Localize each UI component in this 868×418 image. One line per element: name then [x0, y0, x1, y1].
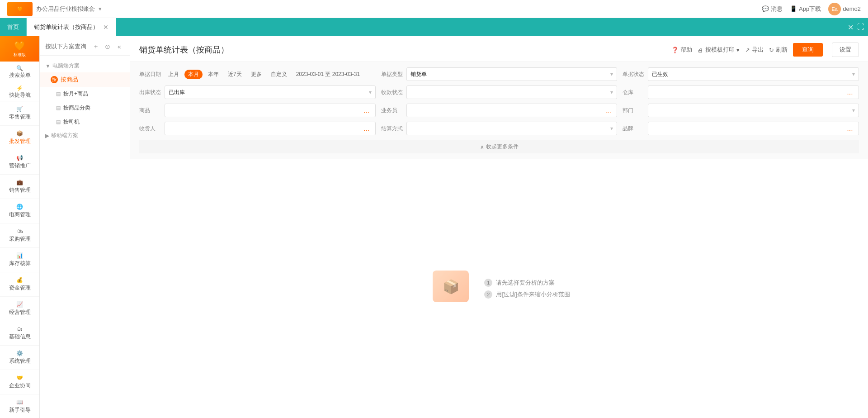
sidebar-item-wholesale[interactable]: 📦 批发管理 [0, 126, 39, 150]
receiver-more[interactable]: … [362, 125, 372, 132]
tab-home[interactable]: 首页 [0, 18, 27, 36]
print-dropdown-icon: ▾ [736, 47, 740, 53]
tab-sales-stats[interactable]: 销货单统计表（按商品） ✕ [27, 18, 116, 36]
system-icon: ⚙️ [2, 350, 38, 356]
sidebar-item-nav[interactable]: ⚡ 快捷导航 [0, 83, 39, 101]
date-tab-thismonth[interactable]: 本月 [184, 70, 203, 79]
logo-main-icon: 🧡 [14, 40, 25, 51]
collapse-bar[interactable]: ∧ 收起更多条件 [139, 140, 859, 153]
filter-docstatus-field: 单据状态 已生效 ▾ [623, 67, 859, 81]
tree-item-driver[interactable]: ▤ 按司机 [40, 115, 130, 129]
collapse-label: 收起更多条件 [486, 143, 519, 151]
receiver-select[interactable]: … [165, 122, 376, 135]
tree-item-goods-category[interactable]: ▤ 按商品分类 [40, 101, 130, 115]
hint2-text: 用[过滤]条件来缩小分析范围 [496, 290, 570, 299]
sidebar-item-search[interactable]: 🔍 搜索菜单 [0, 62, 39, 83]
sidebar-item-guide[interactable]: 📖 新手引导 [0, 394, 39, 418]
sidebar: 🧡 标准版 🔍 搜索菜单 ⚡ 快捷导航 🛒 零售管理 📦 批发管理 📢 营销推广… [0, 36, 40, 418]
industry-label: 办公用品行业模拟账套 [36, 5, 95, 13]
settle-chevron: ▾ [610, 125, 613, 132]
query-btn[interactable]: 查询 [793, 43, 823, 57]
dept-select[interactable]: ▾ [648, 104, 859, 117]
sidebar-item-basic[interactable]: 🗂 基础信息 [0, 321, 39, 346]
sidebar-nav-label: 快捷导航 [2, 91, 38, 99]
settle-select[interactable]: ▾ [406, 122, 618, 135]
hint2-num: 2 [484, 290, 492, 299]
date-tab-lastmonth[interactable]: 上月 [165, 70, 183, 79]
sidebar-item-sales[interactable]: 💼 销售管理 [0, 175, 39, 199]
goods-more[interactable]: … [362, 107, 372, 114]
sidebar-item-system[interactable]: ⚙️ 系统管理 [0, 346, 39, 370]
sidebar-item-purchase[interactable]: 🛍 采购管理 [0, 223, 39, 248]
refresh-btn[interactable]: ↻ 刷新 [769, 46, 788, 54]
top-header: 🧡 办公用品行业模拟账套 ▾ 💬 消息 📱 App下载 Ea demo2 [0, 0, 868, 18]
salesman-more[interactable]: … [603, 107, 613, 114]
brand-label: 品牌 [623, 125, 648, 133]
filter-row-3: 商品 … 业务员 … 部门 [139, 104, 859, 117]
filter-row-1: 单据日期 上月 本月 本年 近7天 更多 自定义 2023-03-01 至 20… [139, 67, 859, 81]
warehouse-more[interactable]: … [845, 89, 855, 96]
month-goods-icon: ▤ [56, 91, 61, 97]
filter-brand-field: 品牌 … [623, 122, 859, 135]
date-tab-custom[interactable]: 自定义 [267, 70, 291, 79]
right-panel: 销货单统计表（按商品） ❓ 帮助 🖨 按模板打印 ▾ ↗ 导出 [130, 36, 868, 418]
add-scheme-btn[interactable]: ＋ [91, 42, 101, 52]
docstatus-select[interactable]: 已生效 ▾ [648, 67, 859, 81]
docstatus-value: 已生效 [652, 71, 668, 78]
marketing-icon: 📢 [2, 155, 38, 161]
edit-scheme-btn[interactable]: ⊙ [103, 42, 113, 52]
window-maximize-icon[interactable]: ⛶ [857, 23, 864, 31]
brand-more[interactable]: … [845, 125, 855, 132]
tree-group-mobile-label-text: 移动端方案 [51, 132, 78, 139]
hint1-text: 请先选择要分析的方案 [496, 279, 555, 287]
settings-btn[interactable]: 设置 [832, 43, 859, 57]
tree-section: ▼ 电脑端方案 按 按商品 ▤ 按月+商品 ▤ 按商品分类 ▤ 按司机 [40, 56, 130, 146]
download-btn[interactable]: 📱 App下载 [790, 5, 821, 13]
dropdown-arrow[interactable]: ▾ [99, 5, 102, 12]
sidebar-item-ecom[interactable]: 🌐 电商管理 [0, 199, 39, 223]
sidebar-item-marketing[interactable]: 📢 营销推广 [0, 150, 39, 175]
doctype-select[interactable]: 销货单 ▾ [406, 67, 618, 81]
hint1-num: 1 [484, 279, 492, 287]
window-close-icon[interactable]: ✕ [848, 23, 854, 32]
export-label: 导出 [752, 46, 764, 54]
help-label: 帮助 [680, 46, 692, 54]
date-tab-thisyear[interactable]: 本年 [204, 70, 222, 79]
top-header-right: 💬 消息 📱 App下载 Ea demo2 [762, 3, 861, 15]
left-panel-title: 按以下方案查询 [45, 43, 86, 51]
search-icon: 🔍 [4, 65, 36, 71]
user-area[interactable]: Ea demo2 [828, 3, 861, 15]
goods-scheme-icon: 按 [51, 76, 58, 83]
tree-item-month-goods[interactable]: ▤ 按月+商品 [40, 87, 130, 101]
goods-select[interactable]: … [165, 104, 376, 117]
outstatus-value: 已出库 [169, 89, 185, 96]
filter-row-4: 收货人 … 结算方式 ▾ 品牌 [139, 122, 859, 135]
print-btn[interactable]: 🖨 按模板打印 ▾ [698, 46, 740, 54]
salesman-select[interactable]: … [406, 104, 618, 117]
export-icon: ↗ [745, 47, 750, 53]
sidebar-item-ops[interactable]: 📈 经营管理 [0, 297, 39, 321]
collectstatus-select[interactable]: ▾ [406, 86, 618, 99]
warehouse-select[interactable]: … [648, 86, 859, 99]
left-panel: 按以下方案查询 ＋ ⊙ « ▼ 电脑端方案 按 按商品 ▤ 按月+ [40, 36, 130, 418]
sidebar-item-inventory[interactable]: 📊 库存核算 [0, 248, 39, 272]
help-btn[interactable]: ❓ 帮助 [671, 46, 692, 54]
date-tab-more[interactable]: 更多 [247, 70, 265, 79]
outstatus-select[interactable]: 已出库 ▾ [165, 86, 376, 99]
date-tabs: 上月 本月 本年 近7天 更多 自定义 [165, 70, 291, 79]
message-btn[interactable]: 💬 消息 [762, 5, 783, 13]
export-btn[interactable]: ↗ 导出 [745, 46, 764, 54]
collectstatus-label: 收款状态 [381, 89, 406, 96]
message-icon: 💬 [762, 5, 769, 12]
collapse-scheme-btn[interactable]: « [114, 42, 124, 52]
date-tab-7days[interactable]: 近7天 [224, 70, 245, 79]
sidebar-item-enterprise[interactable]: 🤝 企业协同 [0, 370, 39, 394]
tree-item-by-goods[interactable]: 按 按商品 [40, 72, 130, 87]
sidebar-item-retail[interactable]: 🛒 零售管理 [0, 101, 39, 126]
inventory-icon: 📊 [2, 252, 38, 259]
brand-select[interactable]: … [648, 122, 859, 135]
tab-close-icon[interactable]: ✕ [103, 24, 108, 31]
filter-goods-field: 商品 … [139, 104, 376, 117]
sidebar-item-finance[interactable]: 💰 资金管理 [0, 272, 39, 297]
main-layout: 🧡 标准版 🔍 搜索菜单 ⚡ 快捷导航 🛒 零售管理 📦 批发管理 📢 营销推广… [0, 36, 868, 418]
